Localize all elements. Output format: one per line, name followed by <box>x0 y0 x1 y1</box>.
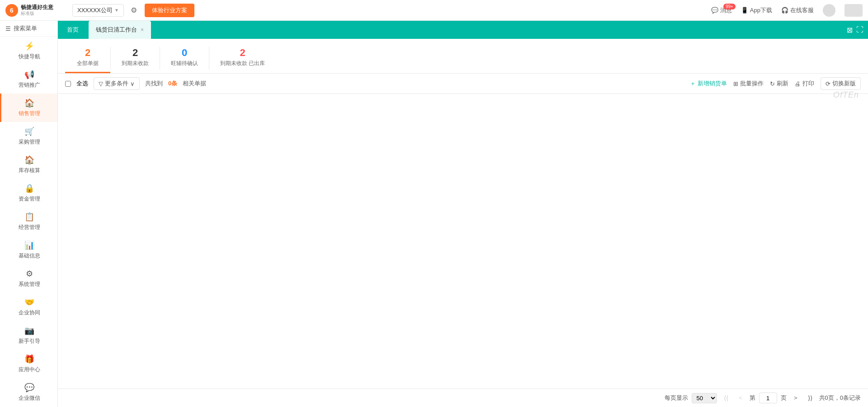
sidebar-item-wechat[interactable]: 💬 企业微信 <box>0 378 57 407</box>
filter-icon: ▽ <box>99 80 103 87</box>
tab-bar: 首页 钱货日清工作台 × ⊠ ⛶ <box>58 21 868 39</box>
app-download-icon: 📱 <box>741 7 748 14</box>
sidebar-label-appcenter: 应用中心 <box>19 366 40 374</box>
found-suffix: 相关单据 <box>183 80 206 88</box>
guide-icon: 📷 <box>24 326 34 336</box>
new-sale-button[interactable]: ＋ 新增销货单 <box>690 80 727 88</box>
stat-tab-all[interactable]: 2 全部单据 <box>65 43 110 73</box>
sidebar-item-guide[interactable]: 📷 新手引导 <box>0 321 57 350</box>
prev-page-button[interactable]: ＜ <box>735 393 746 403</box>
sidebar-item-baseinfo[interactable]: 📊 基础信息 <box>0 236 57 264</box>
top-header: 6 畅捷通好生意 标准版 XXXXXX公司 ▼ ⚙ 体验行业方案 💬 消息 99… <box>0 0 868 21</box>
print-label: 打印 <box>802 80 814 88</box>
sidebar-item-purchase[interactable]: 🛒 采购管理 <box>0 122 57 150</box>
sidebar-label-operation: 经营管理 <box>19 224 40 231</box>
batch-operation-button[interactable]: ⊞ 批量操作 <box>733 80 764 88</box>
operation-icon: 📋 <box>24 212 34 222</box>
sidebar-label-wechat: 企业微信 <box>19 394 40 402</box>
sidebar-label-purchase: 采购管理 <box>19 138 40 146</box>
main-layout: ☰ 搜索菜单 ⚡ 快捷导航 📢 营销推广 🏠 销售管理 🛒 采购管理 🏠 库存核… <box>0 21 868 407</box>
sidebar-item-system[interactable]: ⚙ 系统管理 <box>0 264 57 293</box>
company-selector[interactable]: XXXXXX公司 ▼ <box>72 4 124 17</box>
sidebar: ☰ 搜索菜单 ⚡ 快捷导航 📢 营销推广 🏠 销售管理 🛒 采购管理 🏠 库存核… <box>0 21 58 407</box>
header-right: 💬 消息 99+ 📱 App下载 🎧 在线客服 <box>711 4 863 17</box>
stat-num-overdue-out: 2 <box>240 47 245 59</box>
new-sale-plus-icon: ＋ <box>690 80 696 88</box>
first-page-button[interactable]: ⟨⟨ <box>721 393 731 403</box>
batch-label: 批量操作 <box>740 80 764 88</box>
sidebar-label-sales: 销售管理 <box>19 110 40 117</box>
stat-num-pending: 0 <box>182 47 187 59</box>
select-all-checkbox[interactable] <box>65 81 71 87</box>
page-content: 2 全部单据 2 到期未收款 0 旺辅待确认 2 到期未收款 已出库 <box>58 39 868 407</box>
baseinfo-icon: 📊 <box>24 240 34 250</box>
tab-close-button[interactable]: × <box>141 27 144 33</box>
app-download-label: App下载 <box>750 6 772 14</box>
active-tab-label: 钱货日清工作台 <box>96 26 137 34</box>
tab-home-label: 首页 <box>67 26 79 34</box>
stat-tab-overdue-out[interactable]: 2 到期未收款 已出库 <box>209 43 276 73</box>
batch-icon: ⊞ <box>733 80 738 87</box>
tab-active-item[interactable]: 钱货日清工作台 × <box>89 21 151 39</box>
per-page-select[interactable]: 20 50 100 200 <box>692 393 717 403</box>
sidebar-item-marketing[interactable]: 📢 营销推广 <box>0 65 57 94</box>
message-icon: 💬 <box>711 7 718 14</box>
sidebar-item-quick-nav[interactable]: ⚡ 快捷导航 <box>0 37 57 65</box>
switch-icon: ⟳ <box>826 80 830 87</box>
online-service-label: 在线客服 <box>790 6 814 14</box>
print-button[interactable]: 🖨 打印 <box>795 80 814 88</box>
more-filters-button[interactable]: ▽ 更多条件 ∨ <box>94 77 140 90</box>
settings-button[interactable]: ⚙ <box>127 4 140 17</box>
logo-main-text: 畅捷通好生意 <box>21 4 53 10</box>
page-label-second: 页 <box>781 394 787 402</box>
print-icon: 🖨 <box>795 80 801 87</box>
company-dropdown-arrow: ▼ <box>114 8 119 13</box>
company-name: XXXXXX公司 <box>77 6 113 14</box>
sidebar-label-marketing: 营销推广 <box>19 81 40 89</box>
switch-new-version-button[interactable]: ⟳ 切换新版 <box>821 77 861 90</box>
sales-icon: 🏠 <box>24 98 34 108</box>
last-page-button[interactable]: ⟩⟩ <box>805 393 816 403</box>
tab-restore-icon[interactable]: ⊠ <box>847 26 853 34</box>
content-area: 首页 钱货日清工作台 × ⊠ ⛶ 2 全部单据 2 <box>58 21 868 407</box>
pagination: 每页显示 20 50 100 200 ⟨⟨ ＜ 第 页 ＞ ⟩⟩ 共0页，0条记… <box>58 388 868 407</box>
tab-home[interactable]: 首页 <box>58 21 88 39</box>
select-all-label: 全选 <box>76 80 88 88</box>
marketing-icon: 📢 <box>24 70 34 80</box>
filter-btn-label: 更多条件 <box>105 80 128 88</box>
logo-sub-text: 标准版 <box>21 11 53 16</box>
sidebar-item-coop[interactable]: 🤝 企业协同 <box>0 293 57 321</box>
table-area <box>58 94 868 388</box>
logo-area: 6 畅捷通好生意 标准版 <box>5 4 63 17</box>
total-info: 共0页，0条记录 <box>819 394 861 402</box>
logo-icon: 6 <box>5 4 18 17</box>
toolbar: 全选 ▽ 更多条件 ∨ 共找到 0条 相关单据 ＋ 新增销货单 ⊞ 批 <box>58 74 868 94</box>
message-item[interactable]: 💬 消息 99+ <box>711 6 732 14</box>
stat-num-overdue: 2 <box>132 47 138 59</box>
sidebar-item-inventory[interactable]: 🏠 库存核算 <box>0 150 57 179</box>
sidebar-item-operation[interactable]: 📋 经营管理 <box>0 207 57 236</box>
sidebar-item-appcenter[interactable]: 🎁 应用中心 <box>0 350 57 378</box>
online-service-item[interactable]: 🎧 在线客服 <box>781 6 814 14</box>
refresh-label: 刷新 <box>777 80 788 88</box>
tab-expand-icon[interactable]: ⛶ <box>856 26 863 34</box>
sidebar-item-sales[interactable]: 🏠 销售管理 <box>0 94 57 122</box>
new-sale-label: 新增销货单 <box>698 80 727 88</box>
stat-tab-pending[interactable]: 0 旺辅待确认 <box>160 43 209 73</box>
next-page-button[interactable]: ＞ <box>790 393 801 403</box>
logo-text: 畅捷通好生意 标准版 <box>21 4 53 16</box>
sidebar-item-finance[interactable]: 🔒 资金管理 <box>0 179 57 207</box>
avatar[interactable] <box>823 4 835 17</box>
toolbar-right: ＋ 新增销货单 ⊞ 批量操作 ↻ 刷新 🖨 打印 <box>690 77 861 90</box>
search-menu-item[interactable]: ☰ 搜索菜单 <box>0 21 57 37</box>
user-menu[interactable] <box>844 4 863 17</box>
per-page-label: 每页显示 <box>665 394 688 402</box>
refresh-button[interactable]: ↻ 刷新 <box>770 80 788 88</box>
app-download-item[interactable]: 📱 App下载 <box>741 6 772 14</box>
sidebar-label-baseinfo: 基础信息 <box>19 252 40 260</box>
stat-tab-overdue[interactable]: 2 到期未收款 <box>111 43 160 73</box>
appcenter-icon: 🎁 <box>24 354 34 364</box>
coop-icon: 🤝 <box>24 297 34 307</box>
page-number-input[interactable] <box>759 393 777 403</box>
trial-button[interactable]: 体验行业方案 <box>145 4 194 17</box>
